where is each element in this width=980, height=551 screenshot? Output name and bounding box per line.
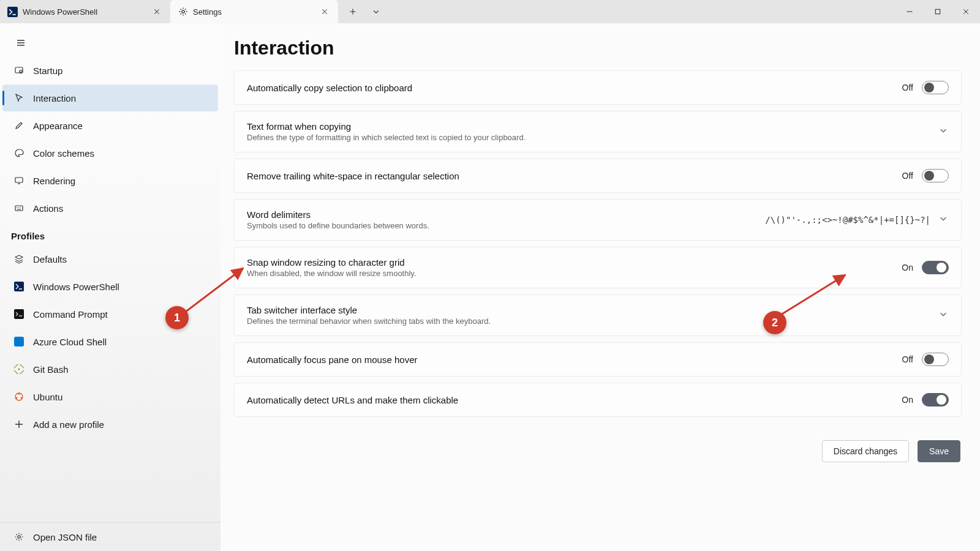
setting-desc: Defines the type of formatting in which … [247, 133, 929, 142]
sidebar-add-profile[interactable]: Add a new profile [2, 411, 218, 438]
toggle-snap-resize[interactable] [922, 261, 949, 274]
cursor-icon [13, 92, 24, 103]
toggle-detect-urls[interactable] [922, 393, 949, 407]
maximize-button[interactable] [924, 0, 952, 23]
profiles-header: Profiles [0, 222, 221, 245]
sidebar-item-actions[interactable]: Actions [2, 195, 218, 222]
hamburger-button[interactable] [11, 33, 31, 53]
gear-icon [178, 7, 188, 17]
sidebar-item-label: Open JSON file [33, 532, 97, 542]
tab-powershell[interactable]: Windows PowerShell [0, 0, 170, 23]
setting-title: Tab switcher interface style [247, 305, 929, 315]
toggle-trim-whitespace[interactable] [922, 169, 949, 182]
sidebar: Startup Interaction Appearance Color sch… [0, 23, 221, 551]
window-close-button[interactable] [952, 0, 980, 23]
title-bar: Windows PowerShell Settings [0, 0, 980, 23]
chevron-down-icon [939, 310, 949, 321]
settings-content: Interaction Automatically copy selection… [221, 23, 980, 551]
setting-title: Word delimiters [247, 209, 755, 220]
setting-title: Automatically detect URLs and make them … [247, 395, 892, 405]
svg-rect-8 [14, 309, 24, 319]
ubuntu-icon [13, 391, 24, 402]
tab-label: Settings [193, 7, 222, 17]
sidebar-item-rendering[interactable]: Rendering [2, 167, 218, 194]
sidebar-profile-defaults[interactable]: Defaults [2, 246, 218, 272]
svg-point-12 [18, 393, 20, 395]
gitbash-icon [13, 364, 24, 375]
setting-title: Remove trailing white-space in rectangul… [247, 171, 892, 181]
sidebar-item-appearance[interactable]: Appearance [2, 112, 218, 139]
setting-title: Text format when copying [247, 121, 929, 132]
sidebar-item-label: Azure Cloud Shell [33, 337, 107, 347]
svg-rect-7 [14, 282, 24, 291]
setting-title: Automatically copy selection to clipboar… [247, 83, 892, 93]
setting-desc: Symbols used to define boundaries betwee… [247, 221, 755, 230]
setting-word-delimiters[interactable]: Word delimiters Symbols used to define b… [234, 199, 962, 241]
close-icon[interactable] [151, 6, 163, 18]
toggle-state: Off [902, 83, 913, 92]
sidebar-profile-azure[interactable]: Azure Cloud Shell [2, 328, 218, 355]
setting-focus-hover[interactable]: Automatically focus pane on mouse hover … [234, 342, 962, 377]
sidebar-item-label: Interaction [33, 93, 76, 103]
minimize-button[interactable] [895, 0, 924, 23]
setting-title: Snap window resizing to character grid [247, 257, 892, 268]
palette-icon [13, 148, 24, 159]
sidebar-profile-ubuntu[interactable]: Ubuntu [2, 383, 218, 410]
svg-point-14 [21, 397, 23, 399]
toggle-copy-selection[interactable] [922, 81, 949, 94]
sidebar-item-label: Appearance [33, 121, 83, 131]
setting-desc: When disabled, the window will resize sm… [247, 269, 892, 278]
svg-rect-5 [15, 178, 23, 182]
annotation-marker-2: 2 [763, 311, 786, 334]
save-button[interactable]: Save [918, 440, 960, 462]
setting-snap-resize[interactable]: Snap window resizing to character grid W… [234, 247, 962, 288]
setting-copy-selection[interactable]: Automatically copy selection to clipboar… [234, 70, 962, 105]
sidebar-profile-gitbash[interactable]: Git Bash [2, 356, 218, 383]
svg-point-10 [18, 369, 20, 370]
toggle-state: On [902, 395, 913, 405]
annotation-marker-1: 1 [165, 306, 189, 329]
setting-title: Automatically focus pane on mouse hover [247, 354, 892, 365]
plus-icon [13, 419, 24, 430]
sidebar-item-label: Command Prompt [33, 309, 108, 320]
setting-tab-switcher[interactable]: Tab switcher interface style Defines the… [234, 294, 962, 336]
svg-rect-2 [935, 9, 940, 14]
powershell-icon [7, 7, 18, 17]
svg-point-1 [181, 10, 184, 13]
discard-button[interactable]: Discard changes [822, 440, 909, 462]
toggle-state: Off [902, 354, 913, 364]
sidebar-item-label: Actions [33, 203, 63, 214]
tab-label: Windows PowerShell [23, 7, 97, 17]
sidebar-item-label: Rendering [33, 176, 75, 186]
app-root: Windows PowerShell Settings [0, 0, 980, 551]
sidebar-profile-powershell[interactable]: Windows PowerShell [2, 273, 218, 300]
sidebar-item-startup[interactable]: Startup [2, 57, 218, 84]
new-tab-button[interactable] [342, 2, 364, 21]
tab-dropdown-button[interactable] [365, 2, 387, 21]
powershell-icon [13, 281, 24, 292]
sidebar-item-interaction[interactable]: Interaction [2, 84, 218, 111]
sidebar-item-label: Git Bash [33, 364, 69, 375]
chevron-down-icon [939, 214, 949, 225]
startup-icon [13, 65, 24, 76]
sidebar-item-label: Add a new profile [33, 419, 104, 430]
sidebar-item-label: Ubuntu [33, 392, 62, 402]
sidebar-item-label: Windows PowerShell [33, 282, 119, 292]
setting-trim-whitespace[interactable]: Remove trailing white-space in rectangul… [234, 159, 962, 193]
layers-icon [13, 253, 24, 264]
azure-icon [13, 336, 24, 347]
svg-point-15 [18, 536, 20, 538]
sidebar-open-json[interactable]: Open JSON file [2, 523, 218, 550]
setting-detect-urls[interactable]: Automatically detect URLs and make them … [234, 383, 962, 417]
sidebar-item-label: Startup [33, 66, 62, 76]
close-icon[interactable] [318, 6, 331, 18]
gear-icon [13, 531, 24, 542]
setting-text-format[interactable]: Text format when copying Defines the typ… [234, 111, 962, 152]
chevron-down-icon [939, 126, 949, 137]
toggle-focus-hover[interactable] [922, 353, 949, 366]
setting-desc: Defines the terminal behavior when switc… [247, 317, 929, 326]
setting-value: /\()"'-.,:;<>~!@#$%^&*|+=[]{}~?| [765, 215, 930, 225]
sidebar-item-color-schemes[interactable]: Color schemes [2, 140, 218, 167]
page-title: Interaction [234, 37, 962, 59]
tab-settings[interactable]: Settings [170, 0, 338, 23]
